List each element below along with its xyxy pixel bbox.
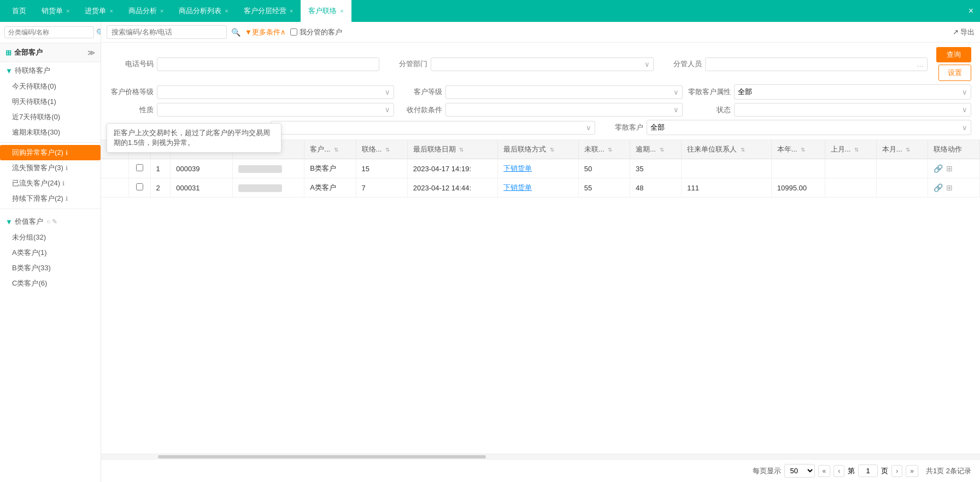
col-company-contact[interactable]: 往来单位联系人 ⇅: [682, 140, 772, 159]
export-button[interactable]: ↗ 导出: [953, 27, 975, 37]
sidebar-search-bar: 🔍: [0, 22, 101, 43]
row2-last-method[interactable]: 下销货单: [498, 178, 579, 198]
nav-purchase[interactable]: 进货单 ×: [77, 0, 120, 22]
nav-customer-contact[interactable]: 客户联络 ×: [301, 0, 351, 22]
status-select[interactable]: ∨: [734, 103, 971, 117]
col-last-method[interactable]: 最后联络方式 ⇅: [498, 140, 579, 159]
last-page-button[interactable]: »: [906, 465, 918, 477]
manager-select[interactable]: …: [705, 57, 928, 71]
row1-checkbox-cell[interactable]: [128, 159, 150, 178]
field-status: 状态 ∨: [687, 103, 971, 117]
field-manager: 分管人员 …: [658, 57, 928, 71]
dept-select[interactable]: ∨: [431, 57, 653, 71]
sidebar-all-customers[interactable]: ⊞ 全部客户 ≫: [0, 43, 101, 62]
query-button[interactable]: 查询: [936, 47, 971, 62]
retail-customer-chevron-icon: ∨: [962, 124, 967, 132]
my-customers-checkbox[interactable]: [290, 28, 297, 36]
retail-customer-select[interactable]: 全部 ∨: [647, 120, 971, 135]
manager-chevron-icon: …: [917, 60, 924, 68]
filter-search-input[interactable]: [107, 25, 227, 39]
row1-last-method-link[interactable]: 下销货单: [503, 164, 532, 172]
retail-attr-select[interactable]: 全部 ∨: [734, 84, 971, 100]
more-conditions-button[interactable]: ▼ 更多条件 ∧: [245, 27, 286, 37]
sidebar-item-week[interactable]: 近7天待联络(0): [0, 109, 101, 125]
close-customer-segment-icon[interactable]: ×: [290, 8, 293, 14]
sidebar-item-repurchase-anomaly[interactable]: 回购异常客户(2) ℹ: [0, 145, 101, 160]
payment-select[interactable]: ∨: [445, 103, 683, 117]
nav-analysis[interactable]: 商品分析 ×: [121, 0, 171, 22]
row2-checkbox-cell[interactable]: [128, 178, 150, 198]
row1-contact: 15: [356, 159, 407, 178]
col-this-month[interactable]: 本月... ⇅: [876, 140, 928, 159]
first-page-button[interactable]: «: [818, 465, 831, 477]
sidebar-item-continuous-down[interactable]: 持续下滑客户(2) ℹ: [0, 191, 101, 206]
close-analysis-list-icon[interactable]: ×: [225, 8, 228, 14]
sidebar-item-class-c[interactable]: C类客户(6): [0, 276, 101, 291]
sidebar-item-today[interactable]: 今天待联络(0): [0, 79, 101, 94]
price-level-select[interactable]: ∨: [157, 85, 394, 99]
company-contact-sort-icon: ⇅: [741, 147, 745, 153]
row2-link-icon[interactable]: 🔗: [934, 183, 943, 192]
sidebar-item-class-b[interactable]: B类客户(33): [0, 260, 101, 276]
row2-more-icon[interactable]: ⊞: [946, 183, 953, 192]
col-contact[interactable]: 联络... ⇅: [356, 140, 407, 159]
sidebar-item-lost-warning[interactable]: 流失预警客户(3) ℹ: [0, 160, 101, 176]
prev-page-button[interactable]: ‹: [834, 465, 844, 477]
sidebar-item-already-lost[interactable]: 已流失客户(24) ℹ: [0, 176, 101, 191]
continuous-down-info-icon[interactable]: ℹ: [66, 195, 68, 202]
nav-sales[interactable]: 销货单 ×: [34, 0, 77, 22]
row2-last-method-link[interactable]: 下销货单: [503, 183, 532, 191]
close-purchase-icon[interactable]: ×: [109, 8, 113, 14]
per-page-select[interactable]: 50 20 100: [784, 464, 815, 478]
repurchase-info-icon[interactable]: ℹ: [66, 149, 68, 156]
row1-index: 1: [150, 159, 171, 178]
col-level[interactable]: 客户... ⇅: [304, 140, 356, 159]
close-customer-contact-icon[interactable]: ×: [340, 8, 343, 14]
row1-last-method[interactable]: 下销货单: [498, 159, 579, 178]
col-overdue[interactable]: 逾期... ⇅: [630, 140, 682, 159]
status-chevron-icon: ∨: [962, 106, 967, 114]
nav-customer-segment[interactable]: 客户分层经营 ×: [236, 0, 301, 22]
horizontal-scrollbar[interactable]: [101, 454, 980, 459]
my-customers-filter[interactable]: 我分管的客户: [290, 27, 342, 37]
phone-input[interactable]: [157, 57, 379, 71]
lost-warning-info-icon[interactable]: ℹ: [66, 165, 68, 172]
nav-home[interactable]: 首页: [4, 0, 34, 22]
nav-analysis-list[interactable]: 商品分析列表 ×: [171, 0, 236, 22]
row1-link-icon[interactable]: 🔗: [934, 164, 943, 173]
col-pending[interactable]: 未联... ⇅: [578, 140, 630, 159]
sidebar-item-unclassified[interactable]: 未分组(32): [0, 230, 101, 245]
filter-search-button[interactable]: 🔍: [231, 28, 240, 37]
nature-select[interactable]: ∨: [157, 103, 394, 117]
customer-level-select[interactable]: ∨: [445, 85, 683, 99]
row1-action: 🔗 ⊞: [928, 159, 979, 178]
col-last-month[interactable]: 上月... ⇅: [825, 140, 876, 159]
row2-checkbox[interactable]: [136, 183, 143, 190]
next-page-button[interactable]: ›: [891, 465, 902, 477]
sidebar-item-tomorrow[interactable]: 明天待联络(1): [0, 94, 101, 109]
row1-more-icon[interactable]: ⊞: [946, 164, 953, 173]
page-number-input[interactable]: [858, 464, 878, 477]
sidebar-item-class-a[interactable]: A类客户(1): [0, 245, 101, 260]
value-edit-icon[interactable]: ○ ✎: [46, 218, 58, 225]
settings-button[interactable]: 设置: [938, 65, 971, 81]
sidebar-item-overdue[interactable]: 逾期未联络(30): [0, 125, 101, 140]
sidebar-collapse-icon[interactable]: ≫: [87, 49, 95, 57]
close-analysis-icon[interactable]: ×: [160, 8, 163, 14]
customer-type-select[interactable]: ∨: [271, 121, 595, 135]
row2-name: [233, 178, 304, 198]
col-last-date[interactable]: 最后联络日期 ⇅: [407, 140, 497, 159]
sidebar-pending-group[interactable]: ▼ 待联络客户: [0, 62, 101, 79]
col-this-year[interactable]: 本年... ⇅: [771, 140, 825, 159]
already-lost-info-icon[interactable]: ℹ: [62, 180, 64, 187]
sidebar-search-input[interactable]: [4, 26, 94, 38]
row1-checkbox[interactable]: [136, 164, 143, 171]
price-level-label: 客户价格等级: [110, 87, 154, 97]
retail-attr-chevron-icon: ∨: [962, 88, 967, 96]
window-close-icon[interactable]: ×: [969, 6, 973, 16]
field-payment: 收付款条件 ∨: [398, 103, 683, 117]
sidebar-value-group[interactable]: ▼ 价值客户 ○ ✎: [0, 213, 101, 230]
sidebar-search-icon[interactable]: 🔍: [96, 28, 101, 37]
close-sales-icon[interactable]: ×: [66, 8, 69, 14]
scroll-thumb[interactable]: [158, 455, 486, 458]
